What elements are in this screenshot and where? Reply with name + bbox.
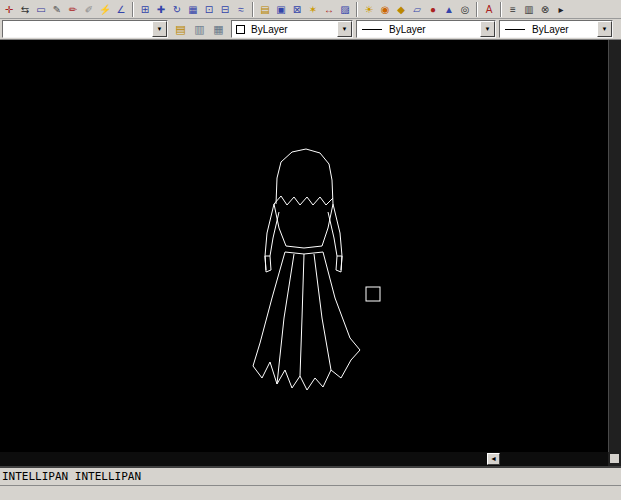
left-arm-outer xyxy=(265,204,274,270)
workspace xyxy=(0,40,621,452)
angle-icon[interactable]: ∠ xyxy=(113,2,129,17)
scroll-left-button[interactable]: ◄ xyxy=(487,453,500,465)
layer-previous-icon[interactable]: ▥ xyxy=(190,22,209,37)
toolbar-overflow-icon[interactable]: ▸ xyxy=(553,2,569,17)
pan-icon[interactable]: ⇆ xyxy=(17,2,33,17)
color-swatch xyxy=(236,25,245,34)
light-icon[interactable]: ☀ xyxy=(361,2,377,17)
list-icon[interactable]: ≡ xyxy=(505,2,521,17)
pickbox-cursor[interactable] xyxy=(366,287,380,301)
right-hand xyxy=(336,256,342,272)
render-icon[interactable]: ◉ xyxy=(377,2,393,17)
toolbar-separator xyxy=(252,2,254,17)
layer-tool-buttons: ▤▥▦ xyxy=(171,22,228,37)
lineweight-combo-arrow-icon[interactable]: ▼ xyxy=(597,21,612,37)
left-hand xyxy=(265,256,271,272)
waist-top xyxy=(286,246,322,248)
pencil-icon[interactable]: ✎ xyxy=(49,2,65,17)
skirt-fold-2 xyxy=(300,254,304,376)
toolbar-separator xyxy=(476,2,478,17)
standard-toolbar: ✛⇆▭✎✏✐⚡∠⊞✚↻▦⊡⊟≈▤▣⊠✶↔▨☀◉◆▱●▲◎A≡▥⊗▸ xyxy=(0,0,621,19)
linetype-combo-arrow-icon[interactable]: ▼ xyxy=(480,21,495,37)
command-input[interactable] xyxy=(0,486,621,499)
materials-icon[interactable]: ◆ xyxy=(393,2,409,17)
mirror-icon[interactable]: ⊟ xyxy=(217,2,233,17)
skirt-left xyxy=(253,252,285,366)
color-combo-value: ByLayer xyxy=(248,24,288,35)
text-icon[interactable]: A xyxy=(481,2,497,17)
object-properties-toolbar: ▼ ▤▥▦ ByLayer ▼ ByLayer ▼ ByLayer ▼ xyxy=(0,19,621,40)
point-style-icon[interactable]: ✛ xyxy=(1,2,17,17)
print-icon[interactable]: ▥ xyxy=(521,2,537,17)
scrollbar-corner xyxy=(608,452,621,466)
redline-icon[interactable]: ✏ xyxy=(65,2,81,17)
autocad-window: ✛⇆▭✎✏✐⚡∠⊞✚↻▦⊡⊟≈▤▣⊠✶↔▨☀◉◆▱●▲◎A≡▥⊗▸ ▼ ▤▥▦ … xyxy=(0,0,621,500)
lineweight-combo-value: ByLayer xyxy=(529,24,569,35)
vertical-scrollbar[interactable] xyxy=(608,40,621,452)
quick-select-icon[interactable]: ⚡ xyxy=(97,2,113,17)
named-view-icon[interactable]: ◎ xyxy=(457,2,473,17)
left-arm-inner xyxy=(270,212,279,256)
waist-bottom xyxy=(285,252,323,254)
hatch-icon[interactable]: ▨ xyxy=(337,2,353,17)
explode-icon[interactable]: ✶ xyxy=(305,2,321,17)
right-arm-inner xyxy=(328,212,337,256)
layer-combo-arrow-icon[interactable]: ▼ xyxy=(152,21,167,37)
lineweight-combo[interactable]: ByLayer ▼ xyxy=(499,20,613,38)
horizontal-scrollbar-row: ◄ xyxy=(0,452,621,466)
horizontal-scrollbar[interactable]: ◄ xyxy=(0,452,608,466)
make-block-icon[interactable]: ⊠ xyxy=(289,2,305,17)
zoom-window-icon[interactable]: ▭ xyxy=(33,2,49,17)
offset-icon[interactable]: ≈ xyxy=(233,2,249,17)
no-plot-icon[interactable]: ⊗ xyxy=(537,2,553,17)
cone-icon[interactable]: ▲ xyxy=(441,2,457,17)
make-layer-current-icon[interactable]: ▦ xyxy=(209,22,228,37)
rotate-icon[interactable]: ↻ xyxy=(169,2,185,17)
marker-icon[interactable]: ✐ xyxy=(81,2,97,17)
drawing-canvas[interactable] xyxy=(0,40,608,452)
linetype-sample xyxy=(362,29,382,30)
color-combo-arrow-icon[interactable]: ▼ xyxy=(337,21,352,37)
command-history: INTELLIPAN INTELLIPAN xyxy=(0,468,621,486)
array-icon[interactable]: ⊞ xyxy=(137,2,153,17)
toolbar-separator xyxy=(356,2,358,17)
skirt-fold-1 xyxy=(277,254,294,384)
right-arm-outer xyxy=(333,204,342,270)
layer-combo[interactable]: ▼ xyxy=(2,20,168,38)
toolbar-separator xyxy=(132,2,134,17)
box-3d-icon[interactable]: ▱ xyxy=(409,2,425,17)
skirt-hem xyxy=(253,350,360,390)
cad-drawing xyxy=(0,40,608,452)
sphere-icon[interactable]: ● xyxy=(425,2,441,17)
linetype-combo[interactable]: ByLayer ▼ xyxy=(356,20,496,38)
layer-manager-icon[interactable]: ▤ xyxy=(171,22,190,37)
hair-outline xyxy=(276,149,333,204)
paste-icon[interactable]: ▤ xyxy=(257,2,273,17)
move-icon[interactable]: ✚ xyxy=(153,2,169,17)
insert-block-icon[interactable]: ▣ xyxy=(273,2,289,17)
copy-icon[interactable]: ⊡ xyxy=(201,2,217,17)
hair-zigzag xyxy=(274,196,333,205)
table-icon[interactable]: ▦ xyxy=(185,2,201,17)
linetype-combo-value: ByLayer xyxy=(386,24,426,35)
command-line-panel: INTELLIPAN INTELLIPAN xyxy=(0,466,621,500)
color-combo[interactable]: ByLayer ▼ xyxy=(231,20,353,38)
lineweight-sample xyxy=(505,29,525,30)
toolbar-separator xyxy=(500,2,502,17)
dimension-icon[interactable]: ↔ xyxy=(321,2,337,17)
